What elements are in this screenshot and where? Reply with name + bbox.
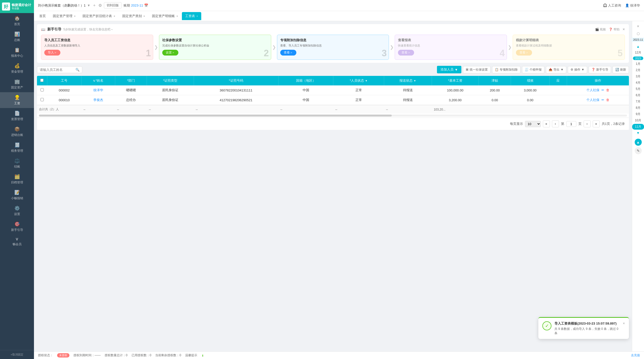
delete-icon[interactable]: 🗑: [606, 88, 609, 92]
tab-depreciation[interactable]: 固定资产折旧统计表 ×: [79, 12, 118, 20]
col-allowance: 津贴: [479, 76, 511, 85]
tab-close-icon[interactable]: ×: [74, 15, 75, 18]
step-3-button[interactable]: 查看＞: [280, 50, 296, 56]
tab-close-icon[interactable]: ×: [196, 15, 198, 18]
sidebar-item-close[interactable]: ⚖️ 结账: [0, 156, 34, 171]
sidebar-item-report[interactable]: 📋 报表中心: [0, 45, 34, 61]
page-input[interactable]: [566, 121, 576, 127]
horizontal-scrollbar[interactable]: [39, 115, 627, 117]
prev-page-button[interactable]: ‹: [552, 120, 559, 127]
cell-base-salary: 100,000.00: [432, 85, 479, 95]
step-1-button[interactable]: 导入＞: [44, 50, 60, 56]
sidebar-item-tax[interactable]: 🧾 税务管理: [0, 140, 34, 156]
panel-action-icon-2[interactable]: ✎: [635, 147, 642, 154]
step-2-button[interactable]: 设置＞: [162, 50, 178, 56]
month-item-down-arrow[interactable]: ▼: [632, 130, 644, 136]
account-selector[interactable]: 刘小艳演示账套（勿删勿动！）1 ▼: [38, 3, 90, 8]
tab-payroll[interactable]: 工资表 ×: [182, 12, 201, 20]
search-input[interactable]: [40, 68, 74, 72]
cell-name[interactable]: 徐泽华: [82, 85, 115, 95]
sidebar-item-invoice[interactable]: 📄 发票管理: [0, 108, 34, 124]
month-item-8[interactable]: 8月: [632, 105, 644, 111]
wizard-help-link[interactable]: ❓ 帮助: [609, 27, 619, 32]
special-deduction-button[interactable]: 📋 专项附加扣除: [492, 66, 520, 73]
month-item-10[interactable]: 10月: [632, 118, 644, 123]
switch-old-version-button[interactable]: 切到旧版: [104, 2, 122, 9]
sidebar-item-vip[interactable]: V 畅会员: [0, 235, 34, 249]
month-item-7[interactable]: 7月: [632, 99, 644, 105]
wizard-video-link[interactable]: 🎬 视频: [595, 27, 606, 32]
tab-asset-detail[interactable]: 固定资产明细账 ×: [149, 12, 181, 20]
sidebar-item-assets[interactable]: 🏢 固定资产: [0, 76, 34, 92]
month-item-3[interactable]: 3月: [632, 74, 644, 79]
tab-fixed-assets[interactable]: 固定资产管理 ×: [50, 12, 79, 20]
operations-button[interactable]: ⚙ 操作 ▼: [568, 66, 587, 73]
social-insurance-button[interactable]: 🏛 统一社保设置: [463, 66, 491, 73]
consult-button[interactable]: 🎧 人工咨询: [603, 3, 621, 8]
month-item-up-arrow[interactable]: ▲: [632, 44, 644, 49]
sidebar-item-archive[interactable]: 🗂️ 归档管理: [0, 171, 34, 187]
right-panel-expand-icon[interactable]: ⬡: [636, 31, 641, 37]
per-page-select[interactable]: 10 20 50: [525, 121, 541, 127]
report-filter-icon[interactable]: ▼: [414, 79, 416, 82]
step-4-title: 查看报表: [398, 38, 504, 42]
toast-close-icon[interactable]: ×: [623, 321, 625, 325]
tab-close-icon[interactable]: ×: [176, 15, 178, 18]
cell-name[interactable]: 李俊杰: [82, 95, 115, 105]
sidebar-item-ledger[interactable]: 📊 总账: [0, 29, 34, 45]
right-panel-close-icon[interactable]: ×: [636, 23, 640, 30]
edit-icon[interactable]: ✏: [601, 98, 604, 102]
row-checkbox[interactable]: [41, 98, 44, 101]
go-auth-link[interactable]: 去充值: [631, 353, 640, 357]
month-item-2[interactable]: 2月: [632, 67, 644, 73]
month-item-6[interactable]: 6月: [632, 92, 644, 98]
month-item-11-active[interactable]: 11月: [632, 124, 644, 130]
month-item-4[interactable]: 4月: [632, 80, 644, 86]
delete-icon[interactable]: 🗑: [606, 98, 609, 102]
add-person-button[interactable]: 添加人员 ▼: [437, 66, 461, 73]
sidebar-item-payroll[interactable]: 👷 工资: [0, 92, 34, 108]
sidebar-item-guide[interactable]: 🎯 新手引导: [0, 219, 34, 235]
sort-icon[interactable]: ⇅: [93, 79, 95, 82]
row-checkbox[interactable]: [41, 88, 44, 91]
select-all-checkbox[interactable]: [40, 79, 44, 82]
period-selector[interactable]: 账期 2023-11 📅: [124, 3, 148, 8]
sidebar-item-expense[interactable]: 📝 小畅报销: [0, 187, 34, 203]
main-area: 刘小艳演示账套（勿删勿动！）1 ▼ ＋ ⚙ 切到旧版 账期 2023-11 📅 …: [34, 0, 644, 359]
month-item-9[interactable]: 9月: [632, 111, 644, 117]
panel-action-icon-1[interactable]: ▲: [635, 139, 642, 146]
social-insurance-link[interactable]: 个人社保: [586, 88, 599, 92]
status-filter-icon[interactable]: ▼: [365, 79, 368, 82]
refresh-button[interactable]: 🔄 刷新: [613, 66, 629, 73]
month-item-5[interactable]: 5月: [632, 86, 644, 92]
wizard-close-icon[interactable]: ×: [623, 27, 625, 32]
sidebar-item-funds[interactable]: 💰 资金管理: [0, 61, 34, 76]
social-insurance-link[interactable]: 个人社保: [586, 98, 599, 102]
search-icon[interactable]: 🔍: [75, 68, 79, 72]
sidebar-item-home[interactable]: 🏠 首页: [0, 13, 34, 29]
sidebar-unpin[interactable]: «取消固定: [0, 350, 34, 359]
month-item-1[interactable]: 1月: [632, 61, 644, 67]
wizard-guide-button[interactable]: ❓ 新手引导: [589, 66, 611, 73]
table-row: 000002 徐泽华 嗯嗯嗯 居民身份证 360782200104131111 …: [37, 85, 629, 95]
step-4-button[interactable]: 查看＞: [398, 50, 414, 56]
tab-home[interactable]: 首页: [36, 12, 49, 20]
next-page-button[interactable]: ›: [584, 120, 591, 127]
user-profile[interactable]: 👤 徐泽华: [625, 3, 640, 8]
tax-report-button[interactable]: 🧾 个税申报: [522, 66, 544, 73]
sidebar-item-settings[interactable]: ⚙️ 设置: [0, 203, 34, 219]
tab-asset-category[interactable]: 固定资产类别 ×: [119, 12, 148, 20]
month-item-12[interactable]: 12月: [632, 50, 644, 56]
tab-close-icon[interactable]: ×: [113, 15, 115, 18]
edit-icon[interactable]: ✏: [601, 88, 604, 92]
step-5-button[interactable]: 查看＞: [516, 50, 532, 56]
export-button[interactable]: 📤 导出 ▼: [546, 66, 566, 73]
sidebar-item-sales[interactable]: 📦 进销台账: [0, 124, 34, 140]
cell-base-salary: 3,200.00: [432, 95, 479, 105]
footer-dash-2: --: [115, 105, 147, 114]
tab-close-icon[interactable]: ×: [143, 15, 145, 18]
last-page-button[interactable]: »: [593, 120, 600, 127]
settings-gear-icon[interactable]: ⚙: [98, 3, 102, 8]
add-account-icon[interactable]: ＋: [92, 3, 96, 8]
first-page-button[interactable]: «: [543, 120, 550, 127]
